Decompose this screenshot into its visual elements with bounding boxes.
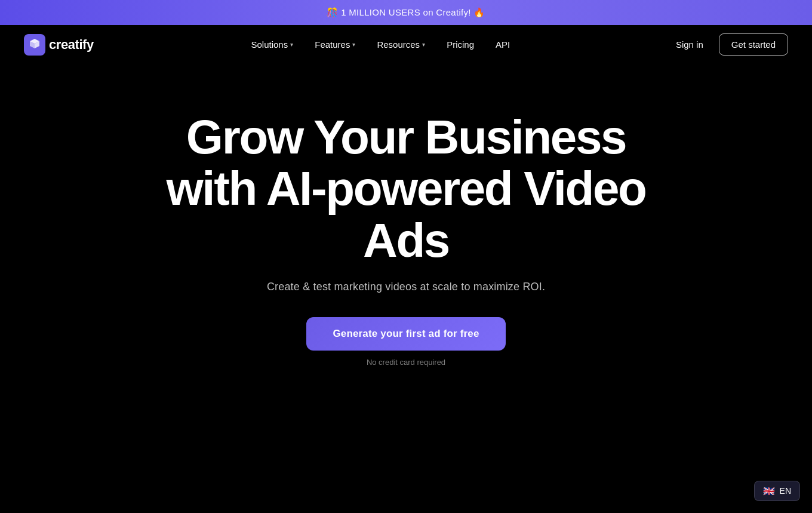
hero-section: Grow Your Business with AI-powered Video… <box>0 64 812 391</box>
logo-text: creatify <box>49 37 94 53</box>
nav-item-features[interactable]: Features ▾ <box>306 35 364 54</box>
nav-item-pricing[interactable]: Pricing <box>438 35 482 54</box>
nav-links: Solutions ▾ Features ▾ Resources ▾ Prici… <box>243 35 519 54</box>
navbar: creatify Solutions ▾ Features ▾ Resource… <box>0 25 812 64</box>
announcement-banner: 🎊 1 MILLION USERS on Creatify! 🔥 <box>0 0 812 25</box>
language-switcher[interactable]: 🇬🇧 EN <box>754 481 800 501</box>
cta-button[interactable]: Generate your first ad for free <box>306 317 505 351</box>
language-label: EN <box>780 486 791 496</box>
chevron-down-icon: ▾ <box>422 41 425 48</box>
nav-actions: Sign in Get started <box>668 33 788 56</box>
nav-item-resources[interactable]: Resources ▾ <box>368 35 433 54</box>
hero-title-line1: Grow Your Business <box>186 110 626 164</box>
flag-icon: 🇬🇧 <box>763 487 775 495</box>
hero-title-line2: with AI-powered Video Ads <box>167 162 646 266</box>
logo-icon <box>24 34 45 56</box>
no-credit-text: No credit card required <box>367 358 445 367</box>
chevron-down-icon: ▾ <box>352 41 355 48</box>
chevron-down-icon: ▾ <box>290 41 293 48</box>
signin-button[interactable]: Sign in <box>668 35 712 54</box>
hero-subtitle: Create & test marketing videos at scale … <box>267 281 545 293</box>
hero-title: Grow Your Business with AI-powered Video… <box>137 112 675 266</box>
getstarted-button[interactable]: Get started <box>719 33 788 56</box>
nav-item-solutions[interactable]: Solutions ▾ <box>243 35 302 54</box>
banner-text: 🎊 1 MILLION USERS on Creatify! 🔥 <box>327 7 485 17</box>
logo[interactable]: creatify <box>24 34 94 56</box>
nav-item-api[interactable]: API <box>487 35 518 54</box>
